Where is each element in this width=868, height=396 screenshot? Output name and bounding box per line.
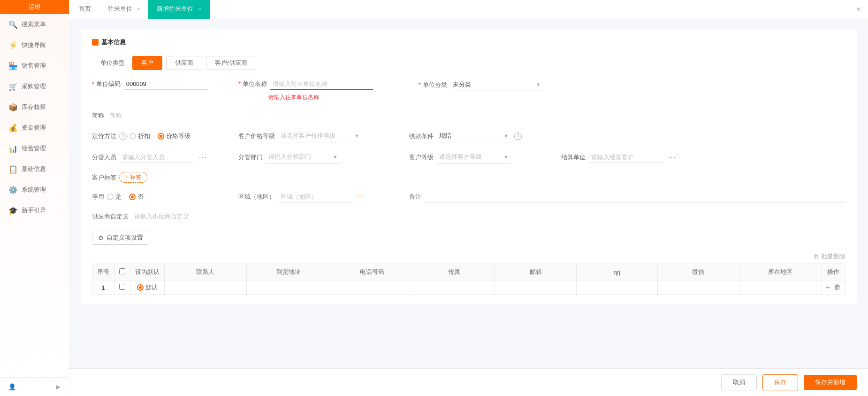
remark-input[interactable] [424, 191, 845, 202]
radio-price-level-circle [158, 133, 164, 140]
form-row-shortname: 简称 [92, 110, 845, 121]
cell-fax [413, 280, 495, 295]
settle-unit-more-button[interactable]: ··· [668, 153, 676, 162]
row-qq-input[interactable] [580, 284, 654, 291]
field-disable: 停用 是 否 [92, 193, 223, 201]
row-checkbox[interactable] [119, 284, 125, 290]
sidebar-item-search[interactable]: 🔍 搜索菜单 [0, 14, 69, 35]
customer-level-placeholder: 请选择客户等级 [439, 153, 502, 161]
save-add-button[interactable]: 保存并新增 [804, 375, 857, 390]
cancel-button[interactable]: 取消 [721, 374, 757, 390]
sidebar-item-purchase[interactable]: 🛒 采购管理 [0, 76, 69, 97]
field-dept: 分管部门 请输入分管部门 ▼ [238, 151, 379, 163]
section-title-icon [92, 39, 99, 46]
sidebar-item-quick-nav[interactable]: ⚡ 快捷导航 [0, 35, 69, 55]
col-seq: 序号 [92, 264, 114, 280]
guide-icon: 🎓 [8, 206, 18, 215]
tab-new-contact-close[interactable]: × [198, 6, 201, 12]
base-icon: 📋 [8, 164, 18, 174]
save-button[interactable]: 保存 [762, 374, 798, 390]
sidebar-item-ops[interactable]: 📊 经营管理 [0, 138, 69, 159]
row-wechat-input[interactable] [662, 284, 735, 291]
field-code: 单位编码 [92, 78, 223, 90]
row-contact-input[interactable] [168, 284, 243, 291]
select-all-checkbox[interactable] [119, 268, 125, 274]
field-remark: 备注 [409, 191, 845, 202]
supplier-custom-input[interactable] [131, 211, 216, 222]
radio-disable-no[interactable]: 否 [129, 193, 144, 201]
custom-settings-button[interactable]: ⚙ 自定义项设置 [92, 231, 149, 245]
radio-price-level[interactable]: 价格等级 [158, 132, 190, 140]
payment-help-icon[interactable]: ? [514, 132, 522, 140]
sidebar-item-inventory[interactable]: 📦 库存核算 [0, 97, 69, 117]
field-manager: 分管人员 ··· [92, 152, 223, 163]
sidebar-label-purchase: 采购管理 [22, 82, 46, 91]
payment-select[interactable]: 现结 ▼ [436, 130, 511, 142]
row-delete-button[interactable]: 🗑 [834, 283, 841, 292]
row-default-radio-circle [137, 284, 144, 291]
radio-disable-no-label: 否 [137, 193, 144, 201]
category-label: 单位分类 [419, 81, 447, 89]
code-input[interactable] [123, 78, 208, 90]
radio-discount[interactable]: 折扣 [129, 132, 150, 140]
finance-icon: 💰 [8, 123, 18, 132]
row-add-button[interactable]: + [826, 283, 830, 292]
category-select[interactable]: 未分类 ▼ [450, 78, 544, 91]
field-shortname: 简称 [92, 110, 223, 121]
add-tag-button[interactable]: + 标签 [119, 172, 147, 183]
custom-settings-label: 自定义项设置 [107, 233, 143, 242]
sidebar-bottom-icon: 👤 [8, 383, 16, 390]
col-fax: 传真 [413, 264, 495, 280]
field-settle-unit: 结算单位 ··· [561, 152, 676, 163]
name-label: 单位名称 [238, 80, 267, 88]
sidebar-item-base[interactable]: 📋 基础信息 [0, 159, 69, 179]
shortname-input[interactable] [107, 110, 191, 121]
delete-icon: 🗑 [813, 253, 819, 260]
btn-customer[interactable]: 客户 [132, 56, 162, 70]
pricing-help-icon[interactable]: ? [119, 132, 127, 140]
row-region-input[interactable] [743, 284, 818, 291]
row-address-input[interactable] [251, 284, 327, 291]
batch-delete-label: 批量删除 [821, 252, 845, 261]
tab-new-contact[interactable]: 新增往来单位 × [148, 0, 209, 19]
batch-delete-button[interactable]: 🗑 批量删除 [813, 252, 845, 261]
tab-contacts-close[interactable]: × [137, 6, 140, 12]
region-input[interactable] [278, 191, 353, 202]
sidebar-label-inventory: 库存核算 [22, 103, 46, 111]
radio-price-level-label: 价格等级 [166, 132, 190, 140]
tab-home[interactable]: 首页 [69, 0, 99, 19]
manager-input[interactable] [119, 152, 194, 163]
field-tags: 客户标签 + 标签 [92, 172, 147, 183]
name-input[interactable] [270, 78, 373, 90]
radio-disable-yes[interactable]: 是 [107, 193, 122, 201]
close-all-tabs-button[interactable]: × [849, 5, 868, 14]
field-name: 单位名称 请输入往来单位名称 [238, 78, 388, 101]
sidebar-bottom-expand[interactable]: ▶ [56, 383, 61, 390]
section-title-label: 基本信息 [101, 38, 126, 47]
price-level-select[interactable]: 请选择客户价格等级 ▼ [278, 130, 362, 142]
col-action: 操作 [822, 264, 845, 280]
customer-level-select[interactable]: 请选择客户等级 ▼ [436, 151, 511, 163]
row-fax-input[interactable] [417, 284, 491, 291]
tab-contacts[interactable]: 往来单位 × [99, 0, 148, 19]
row-phone-input[interactable] [335, 284, 410, 291]
manager-label: 分管人员 [92, 153, 116, 162]
btn-supplier[interactable]: 供应商 [166, 56, 202, 70]
btn-both[interactable]: 客户/供应商 [206, 56, 256, 70]
radio-discount-label: 折扣 [138, 132, 150, 140]
dept-select[interactable]: 请输入分管部门 ▼ [266, 151, 341, 163]
row-email-input[interactable] [499, 284, 572, 291]
col-region: 所在地区 [739, 264, 822, 280]
row-default-radio[interactable]: 默认 [137, 283, 158, 292]
cell-default: 默认 [130, 280, 165, 295]
sidebar-label-finance: 资金管理 [22, 124, 46, 132]
sidebar-item-sales[interactable]: 🏪 销售管理 [0, 55, 69, 76]
sidebar-item-guide[interactable]: 🎓 新手引导 [0, 200, 69, 221]
settle-unit-input[interactable] [588, 152, 663, 163]
manager-more-button[interactable]: ··· [199, 153, 206, 162]
region-more-button[interactable]: ··· [358, 193, 365, 201]
sidebar-item-finance[interactable]: 💰 资金管理 [0, 117, 69, 138]
sidebar-item-system[interactable]: ⚙️ 系统管理 [0, 179, 69, 200]
cell-wechat [657, 280, 739, 295]
category-chevron-icon: ▼ [536, 82, 541, 87]
